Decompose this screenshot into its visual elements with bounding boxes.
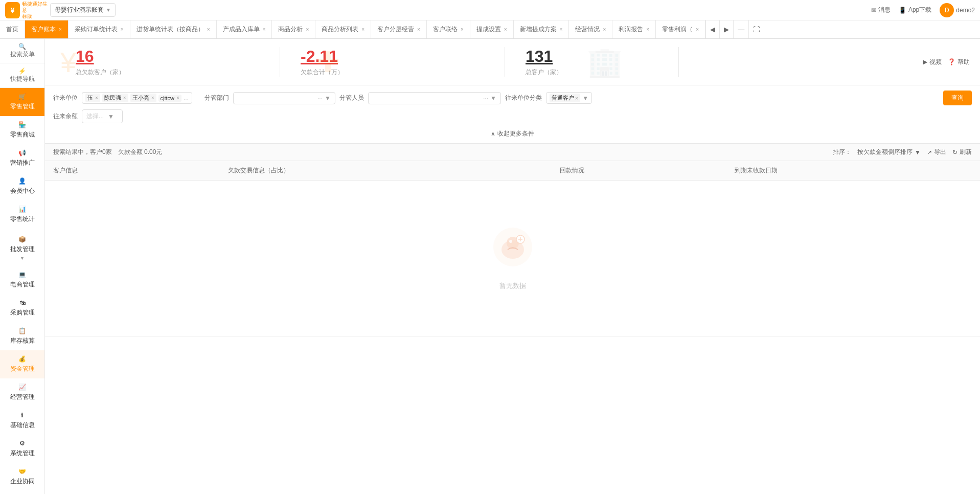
export-button[interactable]: ↗ 导出 bbox=[927, 148, 946, 156]
sort-label: 排序： bbox=[833, 148, 851, 156]
tab-purchase-order[interactable]: 采购订单统计表 × bbox=[69, 20, 130, 39]
sidebar-item-ecommerce[interactable]: 💻 电商管理 bbox=[0, 266, 44, 294]
wholesale-icon: 📦 bbox=[18, 236, 26, 243]
tab-close-icon[interactable]: × bbox=[560, 27, 563, 32]
tab-bar: 首页 客户账本 × 采购订单统计表 × 进货单统计表（按商品） × 产成品入库单… bbox=[0, 20, 980, 39]
sidebar-item-member[interactable]: 👤 会员中心 bbox=[0, 172, 44, 200]
tag-wu-remove[interactable]: × bbox=[95, 95, 98, 101]
tab-home[interactable]: 首页 bbox=[0, 20, 25, 39]
main-layout: 🔍 搜索菜单 ⚡ 快捷导航 🛒 零售管理 🏪 零售商城 📢 营销推广 👤 会员中… bbox=[0, 39, 980, 494]
app-download-button[interactable]: 📱 App下载 bbox=[899, 6, 931, 14]
sidebar-item-marketing[interactable]: 📢 营销推广 bbox=[0, 144, 44, 172]
sidebar-item-retail-stat[interactable]: 📊 零售统计 bbox=[0, 200, 44, 229]
download-icon: 📱 bbox=[899, 7, 906, 14]
tab-maximize-button[interactable]: ⛶ bbox=[748, 20, 764, 39]
customer-class-tag-remove[interactable]: × bbox=[575, 95, 578, 101]
sidebar-item-inventory[interactable]: 📋 库存核算 bbox=[0, 322, 44, 350]
message-button[interactable]: ✉ 消息 bbox=[871, 6, 891, 14]
export-label: 导出 bbox=[934, 148, 946, 156]
all-customers-value[interactable]: 131 bbox=[526, 47, 553, 66]
person-clear-icon[interactable]: ··· bbox=[483, 95, 488, 102]
empty-state: 暂无数据 bbox=[53, 186, 972, 331]
sidebar-item-finance[interactable]: 💰 资金管理 bbox=[0, 350, 44, 378]
sidebar-quick-nav[interactable]: ⚡ 快捷导航 bbox=[0, 63, 44, 88]
sidebar-search[interactable]: 🔍 搜索菜单 bbox=[0, 39, 44, 63]
help-button[interactable]: ❓ 帮助 bbox=[948, 58, 970, 66]
tab-profit-report[interactable]: 利润报告 × bbox=[612, 20, 656, 39]
company-select[interactable]: 母婴行业演示账套 ▼ bbox=[50, 3, 116, 17]
user-profile[interactable]: D demo2 bbox=[940, 3, 975, 17]
logo-text: 畅捷通好生意 标版 bbox=[22, 1, 50, 19]
balance-filter-input[interactable]: 选择... ▼ bbox=[82, 109, 123, 123]
sort-select[interactable]: 按欠款金额倒序排序 ▼ bbox=[857, 148, 921, 156]
total-customers-value[interactable]: 16 bbox=[76, 47, 94, 66]
tab-retail-profit[interactable]: 零售利润（ × bbox=[656, 20, 705, 39]
tab-close-icon[interactable]: × bbox=[504, 27, 507, 32]
tab-minimize-button[interactable]: — bbox=[733, 20, 748, 39]
video-button[interactable]: ▶ 视频 bbox=[923, 58, 942, 66]
tab-close-icon[interactable]: × bbox=[696, 27, 699, 32]
tab-label: 新增提成方案 bbox=[520, 25, 557, 34]
sidebar-item-enterprise[interactable]: 🤝 企业协同 bbox=[0, 463, 44, 491]
sidebar-item-label: 营销推广 bbox=[10, 159, 35, 167]
tag-wang-text: 王小亮 bbox=[132, 94, 149, 102]
tab-close-icon[interactable]: × bbox=[207, 27, 210, 32]
tab-close-icon[interactable]: × bbox=[603, 27, 606, 32]
tab-close-icon[interactable]: × bbox=[461, 27, 464, 32]
tab-product-inbound[interactable]: 产成品入库单 × bbox=[217, 20, 272, 39]
tab-close-icon[interactable]: × bbox=[646, 27, 649, 32]
tab-label: 客户联络 bbox=[433, 25, 458, 34]
tab-customer-ledger[interactable]: 客户账本 × bbox=[25, 20, 69, 39]
tab-close-icon[interactable]: × bbox=[59, 27, 62, 32]
tab-product-analysis-list[interactable]: 商品分析列表 × bbox=[315, 20, 371, 39]
collapse-button[interactable]: ∧ 收起更多条件 bbox=[491, 129, 534, 138]
sidebar-item-operations[interactable]: 📈 经营管理 bbox=[0, 378, 44, 407]
tab-label: 零售利润（ bbox=[662, 25, 693, 34]
tag-cjttcw-remove[interactable]: × bbox=[176, 95, 179, 101]
query-button[interactable]: 查询 bbox=[943, 91, 972, 105]
tab-close-icon[interactable]: × bbox=[263, 27, 266, 32]
tab-customer-layer[interactable]: 客户分层经营 × bbox=[371, 20, 427, 39]
sidebar-item-wholesale[interactable]: 📦 批发管理 ▼ bbox=[0, 231, 44, 266]
tab-commission-setting[interactable]: 提成设置 × bbox=[470, 20, 514, 39]
tab-close-icon[interactable]: × bbox=[121, 27, 124, 32]
sidebar-item-system[interactable]: ⚙ 系统管理 bbox=[0, 435, 44, 463]
balance-dropdown-icon[interactable]: ▼ bbox=[108, 113, 114, 120]
tag-wang-remove[interactable]: × bbox=[151, 95, 154, 101]
sidebar-item-label: 零售商城 bbox=[10, 130, 35, 139]
tab-next-button[interactable]: ▶ bbox=[719, 20, 733, 39]
stat-bg-icon-1: ¥ bbox=[60, 46, 76, 79]
refresh-label: 刷新 bbox=[960, 148, 972, 156]
tab-close-icon[interactable]: × bbox=[361, 27, 364, 32]
tab-new-commission[interactable]: 新增提成方案 × bbox=[514, 20, 569, 39]
filter-more[interactable]: ... bbox=[184, 95, 189, 102]
sidebar-item-retail-mall[interactable]: 🏪 零售商城 bbox=[0, 116, 44, 144]
unit-filter-tags[interactable]: 伍 × 陈民强 × 王小亮 × cjttcw × ... bbox=[82, 92, 192, 104]
person-dropdown-icon[interactable]: ▼ bbox=[490, 95, 496, 102]
tab-product-analysis[interactable]: 商品分析 × bbox=[272, 20, 315, 39]
tab-business[interactable]: 经营情况 × bbox=[569, 20, 612, 39]
sidebar-item-basic-info[interactable]: ℹ 基础信息 bbox=[0, 407, 44, 435]
tab-goods-stat[interactable]: 进货单统计表（按商品） × bbox=[130, 20, 217, 39]
tag-chen-remove[interactable]: × bbox=[123, 95, 126, 101]
sidebar-item-retail[interactable]: 🛒 零售管理 bbox=[0, 88, 44, 116]
customer-class-filter[interactable]: 普通客户 × ▼ bbox=[546, 92, 592, 104]
dept-filter-select[interactable]: ··· ▼ bbox=[233, 92, 335, 104]
tab-label: 客户分层经营 bbox=[377, 25, 414, 34]
dept-dropdown-icon[interactable]: ▼ bbox=[325, 95, 331, 102]
customer-class-dropdown-icon[interactable]: ▼ bbox=[582, 95, 588, 102]
sidebar-item-purchase[interactable]: 🛍 采购管理 bbox=[0, 294, 44, 322]
app-download-label: App下载 bbox=[908, 6, 931, 14]
sidebar-item-guide[interactable]: 🎯 新手引导 bbox=[0, 491, 44, 494]
dept-clear-icon[interactable]: ··· bbox=[317, 95, 323, 102]
person-filter-select[interactable]: ··· ▼ bbox=[368, 92, 501, 104]
tab-customer-contact[interactable]: 客户联络 × bbox=[427, 20, 470, 39]
customer-class-tag: 普通客户 × bbox=[550, 94, 580, 102]
tab-close-icon[interactable]: × bbox=[417, 27, 420, 32]
ecommerce-icon: 💻 bbox=[18, 271, 26, 278]
tab-close-icon[interactable]: × bbox=[306, 27, 309, 32]
col-debt-info: 欠款交易信息（占比） bbox=[220, 161, 552, 181]
refresh-button[interactable]: ↻ 刷新 bbox=[952, 148, 972, 156]
collapse-row: ∧ 收起更多条件 bbox=[53, 127, 972, 138]
tab-prev-button[interactable]: ◀ bbox=[705, 20, 719, 39]
